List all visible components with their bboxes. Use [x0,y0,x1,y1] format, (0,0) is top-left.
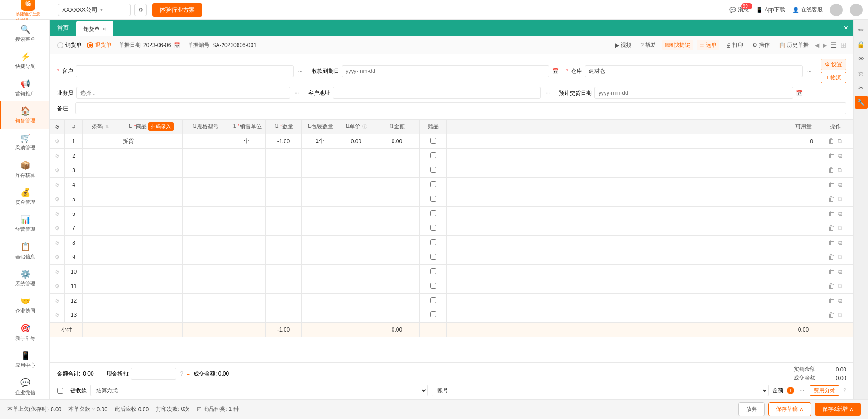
tab-sales-order[interactable]: 销货单 × [76,21,113,37]
right-panel-tool-btn[interactable]: 🔧 [855,96,868,109]
cell-qty[interactable] [266,294,302,308]
sidebar-item-sales[interactable]: 🏠 销售管理 [0,101,49,129]
cell-gift[interactable] [420,250,447,265]
cell-pkg-qty[interactable] [302,279,338,294]
cell-barcode[interactable] [83,149,119,163]
tab-close-icon[interactable]: × [102,25,106,33]
sidebar-item-guide[interactable]: 🎯 新手引导 [0,319,49,346]
tab-home[interactable]: 首页 [50,20,76,36]
copy-icon[interactable]: ⧉ [838,152,842,159]
warehouse-ellipsis-icon[interactable]: ··· [805,68,814,74]
sidebar-item-operations[interactable]: 📊 经营管理 [0,210,49,237]
cell-spec[interactable] [183,178,228,192]
delete-icon[interactable]: 🗑 [828,239,834,246]
cell-amount[interactable] [374,294,420,308]
one-click-pay-checkbox[interactable]: 一键收款 [57,387,87,395]
cell-gift[interactable] [420,192,447,207]
cell-gift[interactable] [420,221,447,236]
cell-price[interactable] [338,207,374,221]
copy-icon[interactable]: ⧉ [838,253,842,260]
checkbox-product[interactable]: ☑ [197,406,202,413]
cell-amount[interactable]: 0.00 [374,134,420,149]
cell-qty[interactable] [266,236,302,250]
cell-unit[interactable] [228,250,266,265]
product-sort-icon[interactable]: ⇅ [128,123,132,130]
cell-price[interactable] [338,250,374,265]
cell-spec[interactable] [183,149,228,163]
sidebar-item-capital[interactable]: 💰 资金管理 [0,183,49,210]
cell-pkg-qty[interactable] [302,221,338,236]
view-list-icon[interactable]: ☰ [830,41,837,49]
cell-price[interactable] [338,163,374,178]
cell-amount[interactable] [374,236,420,250]
cell-barcode[interactable] [83,192,119,207]
shortcut-btn[interactable]: ⌨ 快捷键 [662,40,693,50]
cell-spec[interactable] [183,221,228,236]
cell-price[interactable] [338,178,374,192]
cell-barcode[interactable] [83,236,119,250]
nav-next-icon[interactable]: ▶ [823,42,827,48]
cell-qty[interactable] [266,279,302,294]
pkg-sort-icon[interactable]: ⇅ [307,123,311,130]
cell-qty[interactable] [266,265,302,279]
cell-unit[interactable] [228,192,266,207]
delete-icon[interactable]: 🗑 [828,253,834,260]
radio-return[interactable]: 退货单 [87,41,112,49]
payment-calendar-icon[interactable]: 📅 [552,68,559,74]
delete-icon[interactable]: 🗑 [828,210,834,217]
cell-barcode[interactable] [83,250,119,265]
cell-barcode[interactable] [83,279,119,294]
app-download-btn[interactable]: 📱 App下载 [756,6,785,14]
account-select[interactable]: 账号 [432,385,769,396]
gift-checkbox[interactable] [430,152,436,158]
sidebar-item-app-center[interactable]: 📱 应用中心 [0,346,49,373]
gift-checkbox[interactable] [430,196,436,202]
cell-pkg-qty[interactable]: 1个 [302,134,338,149]
cell-gear[interactable]: ⚙ [50,134,65,149]
cell-product[interactable] [119,192,183,207]
settings-btn[interactable]: ⚙ [134,4,147,16]
cell-qty[interactable] [266,308,302,323]
cell-product[interactable] [119,163,183,178]
cell-product[interactable] [119,207,183,221]
cell-unit[interactable] [228,149,266,163]
warehouse-input[interactable] [585,65,803,77]
cell-price[interactable] [338,221,374,236]
cell-gift[interactable] [420,207,447,221]
nav-prev-icon[interactable]: ◀ [815,42,819,48]
cell-barcode[interactable] [83,221,119,236]
cell-gear[interactable]: ⚙ [50,149,65,163]
cell-amount[interactable] [374,308,420,323]
print-btn[interactable]: 🖨 打印 [723,40,746,50]
user-avatar-2[interactable] [850,4,863,16]
history-btn[interactable]: 📋 历史单据 [776,40,811,50]
delete-icon[interactable]: 🗑 [828,181,834,188]
cell-amount[interactable] [374,149,420,163]
right-panel-eye-btn[interactable]: 👁 [855,53,868,65]
sidebar-item-purchase[interactable]: 🛒 采购管理 [0,129,49,156]
cell-unit[interactable]: 个 [228,134,266,149]
salesperson-ellipsis-icon[interactable]: ··· [293,90,301,96]
th-gear[interactable]: ⚙ [50,120,65,134]
spec-sort-icon[interactable]: ⇅ [192,123,197,130]
cell-gear[interactable]: ⚙ [50,250,65,265]
customer-addr-input[interactable] [333,87,541,99]
calendar-icon[interactable]: 📅 [174,42,180,48]
cell-barcode[interactable] [83,178,119,192]
tab-close-all-icon[interactable]: × [844,24,848,32]
cell-pkg-qty[interactable] [302,192,338,207]
cell-gear[interactable]: ⚙ [50,207,65,221]
cell-qty[interactable]: -1.00 [266,134,302,149]
copy-icon[interactable]: ⧉ [838,311,842,318]
discount-help-icon[interactable]: ? [180,371,183,377]
cell-gear[interactable]: ⚙ [50,279,65,294]
cell-unit[interactable] [228,294,266,308]
cell-barcode[interactable] [83,294,119,308]
delete-icon[interactable]: 🗑 [828,137,834,144]
cell-gift[interactable] [420,236,447,250]
cell-barcode[interactable] [83,207,119,221]
right-panel-lock-btn[interactable]: 🔒 [855,38,868,51]
cell-price[interactable] [338,236,374,250]
cell-qty[interactable] [266,192,302,207]
cell-spec[interactable] [183,207,228,221]
